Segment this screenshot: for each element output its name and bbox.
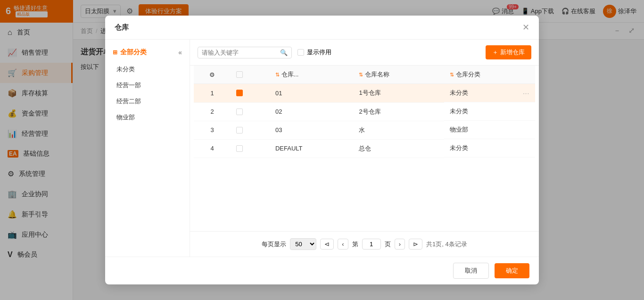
next-page-button[interactable]: › — [395, 239, 405, 250]
content-toolbar: 🔍 显示停用 ＋ 新增仓库 — [190, 40, 539, 66]
row-code: 02 — [270, 102, 353, 121]
row-number: 1 — [194, 84, 231, 103]
page-input[interactable] — [362, 239, 381, 250]
disabled-checkbox[interactable] — [297, 49, 304, 56]
warehouse-modal: 仓库 ✕ ⊞ 全部分类 « 未分类 经营一部 经营二部 物业部 — [105, 16, 539, 284]
row-name: 水 — [353, 121, 444, 139]
more-icon[interactable]: ··· — [523, 90, 529, 97]
settings-icon[interactable]: ⚙ — [209, 71, 215, 78]
table-row[interactable]: 2 02 2号仓库 未分类 — [194, 102, 535, 121]
sort-icon-cat: ⇅ — [450, 72, 454, 77]
select-all-checkbox[interactable] — [236, 71, 243, 78]
row-name: 1号仓库 — [353, 84, 444, 103]
row-checkbox[interactable] — [236, 108, 243, 115]
th-code: ⇅ 仓库... — [270, 66, 353, 84]
row-category: 未分类 — [444, 102, 535, 121]
th-name: ⇅ 仓库名称 — [353, 66, 444, 84]
row-name: 2号仓库 — [353, 102, 444, 121]
table-row[interactable]: 3 03 水 物业部 — [194, 121, 535, 139]
row-checkbox[interactable] — [236, 90, 243, 96]
grid-icon: ⊞ — [113, 49, 117, 56]
table-header-row: ⚙ ⇅ 仓库... ⇅ 仓库名称 — [194, 66, 535, 84]
content-panel: 🔍 显示停用 ＋ 新增仓库 ⚙ — [190, 40, 539, 257]
warehouse-table: ⚙ ⇅ 仓库... ⇅ 仓库名称 — [194, 66, 535, 158]
per-page-select[interactable]: 50 100 200 — [290, 238, 316, 250]
row-checkbox-cell — [231, 84, 270, 103]
table-row[interactable]: 1 01 1号仓库 未分类··· — [194, 84, 535, 103]
show-disabled-label: 显示停用 — [307, 48, 331, 57]
row-checkbox[interactable] — [236, 145, 243, 152]
category-header: ⊞ 全部分类 « — [105, 45, 190, 61]
cancel-button[interactable]: 取消 — [453, 263, 489, 279]
category-item-uncategorized[interactable]: 未分类 — [105, 61, 190, 77]
table-container: ⚙ ⇅ 仓库... ⇅ 仓库名称 — [190, 66, 539, 231]
confirm-button[interactable]: 确定 — [495, 263, 529, 278]
th-checkbox — [231, 66, 270, 84]
category-item-dept1[interactable]: 经营一部 — [105, 77, 190, 93]
category-item-property[interactable]: 物业部 — [105, 109, 190, 125]
search-icon[interactable]: 🔍 — [280, 49, 288, 56]
row-checkbox-cell — [231, 102, 270, 121]
last-page-button[interactable]: ⊳ — [409, 239, 422, 250]
total-info: 共1页, 4条记录 — [426, 240, 467, 249]
category-panel: ⊞ 全部分类 « 未分类 经营一部 经营二部 物业部 — [105, 40, 190, 257]
row-checkbox[interactable] — [236, 127, 243, 133]
row-name: 总仓 — [353, 139, 444, 158]
row-number: 3 — [194, 121, 231, 139]
category-item-dept2[interactable]: 经营二部 — [105, 93, 190, 109]
page-suffix: 页 — [385, 240, 391, 249]
search-input[interactable] — [202, 49, 280, 56]
per-page-label: 每页显示 — [262, 240, 286, 249]
prev-page-button[interactable]: ‹ — [338, 239, 348, 250]
row-code: DEFAULT — [270, 139, 353, 158]
modal-body: ⊞ 全部分类 « 未分类 经营一部 经营二部 物业部 — [105, 40, 539, 257]
th-category: ⇅ 仓库分类 — [444, 66, 535, 84]
row-category: 物业部 — [444, 121, 535, 139]
page-label: 第 — [352, 240, 358, 249]
first-page-button[interactable]: ⊲ — [320, 239, 334, 250]
row-number: 2 — [194, 102, 231, 121]
all-category-label[interactable]: 全部分类 — [120, 48, 147, 57]
sort-icon-name: ⇅ — [359, 72, 363, 77]
row-checkbox-cell — [231, 121, 270, 139]
row-category: 未分类 — [444, 139, 535, 158]
modal-title: 仓库 — [115, 23, 129, 32]
row-code: 03 — [270, 121, 353, 139]
table-row[interactable]: 4 DEFAULT 总仓 未分类 — [194, 139, 535, 158]
modal-header: 仓库 ✕ — [105, 16, 539, 40]
row-code: 01 — [270, 84, 353, 103]
collapse-icon[interactable]: « — [178, 49, 182, 56]
pagination: 每页显示 50 100 200 ⊲ ‹ 第 页 › ⊳ 共1页, 4条记录 — [190, 231, 539, 257]
row-number: 4 — [194, 139, 231, 158]
modal-close-button[interactable]: ✕ — [522, 22, 529, 33]
row-category: 未分类··· — [444, 84, 535, 102]
search-input-wrap: 🔍 — [198, 47, 292, 58]
th-settings: ⚙ — [194, 66, 231, 84]
add-warehouse-button[interactable]: ＋ 新增仓库 — [486, 45, 531, 59]
show-disabled-checkbox[interactable]: 显示停用 — [297, 48, 331, 57]
row-checkbox-cell — [231, 139, 270, 158]
modal-footer: 取消 确定 — [105, 257, 539, 284]
sort-icon: ⇅ — [275, 72, 280, 77]
